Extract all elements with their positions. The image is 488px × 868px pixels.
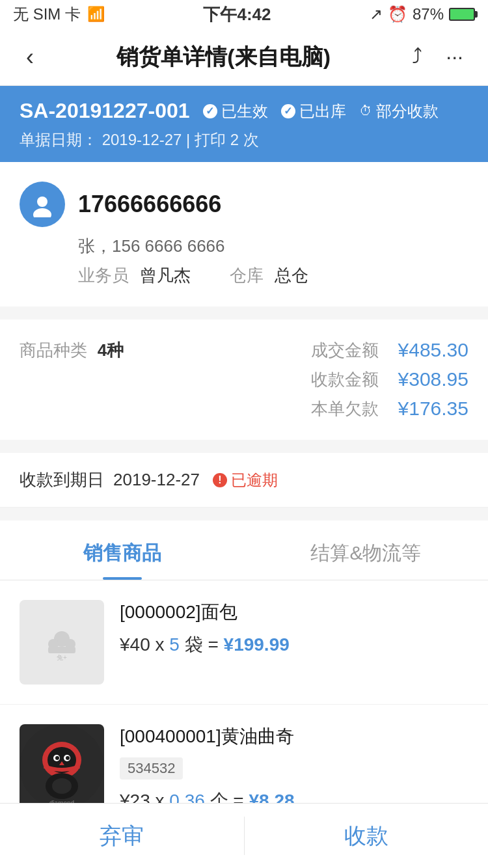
product-info-2: [000400001]黄油曲奇 534532 ¥23 x 0.36 个 = ¥8… — [120, 724, 468, 813]
bottom-bar: 弃审 收款 — [0, 803, 488, 868]
product-name-2: [000400001]黄油曲奇 — [120, 724, 468, 749]
order-id: SA-20191227-001 — [20, 99, 190, 123]
summary-section: 商品种类 4种 成交金额 ¥485.30 收款金额 ¥308.95 本单欠款 ¥… — [0, 319, 488, 440]
products-section: 兔+ [0000002]面包 ¥40 x 5 袋 = ¥199.99 — [0, 580, 488, 834]
wifi-icon: 📶 — [87, 6, 105, 23]
location-icon: ↗ — [370, 5, 383, 23]
svg-point-13 — [66, 756, 70, 760]
warehouse-name: 总仓 — [275, 265, 308, 285]
status-right: ↗ ⏰ 87% — [370, 5, 475, 23]
battery-text: 87% — [413, 5, 444, 23]
carrier-text: 无 SIM 卡 — [13, 4, 81, 25]
divider-3 — [0, 514, 488, 521]
product-name-1: [0000002]面包 — [120, 600, 468, 625]
status-badge-1: ✓ 已生效 — [203, 101, 268, 122]
product-total-1: ¥199.99 — [224, 634, 290, 655]
overdue-badge: ! 已逾期 — [213, 470, 278, 491]
customer-account-id: 17666666666 — [78, 191, 221, 218]
product-type-label: 商品种类 — [20, 340, 87, 360]
product-info-1: [0000002]面包 ¥40 x 5 袋 = ¥199.99 — [120, 600, 468, 657]
transaction-label: 成交金额 — [311, 339, 379, 362]
debt-label: 本单欠款 — [311, 398, 379, 420]
product-price-1: ¥40 x 5 袋 = ¥199.99 — [120, 632, 468, 657]
clock-icon: ⏱ — [359, 103, 372, 118]
alarm-icon: ⏰ — [388, 5, 407, 23]
order-header: SA-20191227-001 ✓ 已生效 ✓ 已出库 ⏱ 部分收款 单据日期：… — [0, 86, 488, 162]
transaction-amount: ¥485.30 — [398, 339, 468, 362]
received-amount: ¥308.95 — [398, 368, 468, 391]
check-icon-2: ✓ — [281, 104, 295, 118]
overdue-label: 收款到期日 — [20, 468, 104, 491]
sales-label: 业务员 — [78, 265, 129, 285]
received-label: 收款金额 — [311, 368, 379, 391]
page-title: 销货单详情(来自电脑) — [116, 42, 331, 72]
product-thumb-1: 兔+ — [20, 600, 104, 685]
product-thumb-2: diamond — [20, 724, 104, 809]
status-left: 无 SIM 卡 📶 — [13, 4, 105, 25]
status-time: 下午4:42 — [203, 3, 271, 26]
back-button[interactable]: ‹ — [20, 37, 40, 77]
status-badge-3: ⏱ 部分收款 — [359, 101, 439, 122]
overdue-text: 已逾期 — [231, 470, 278, 491]
tab-settlement[interactable]: 结算&物流等 — [244, 521, 488, 580]
more-button[interactable]: ··· — [441, 40, 468, 74]
svg-point-16 — [52, 778, 72, 794]
customer-section: 17666666666 张，156 6666 6666 业务员 曾凡杰 仓库 总… — [0, 162, 488, 306]
svg-text:兔+: 兔+ — [57, 654, 67, 661]
share-button[interactable]: ⤴ — [407, 40, 427, 74]
check-icon-1: ✓ — [203, 104, 217, 118]
confirm-button[interactable]: 收款 — [245, 804, 489, 868]
battery-icon — [449, 8, 475, 21]
product-qty-1: 5 — [169, 634, 180, 655]
product-item-1: 兔+ [0000002]面包 ¥40 x 5 袋 = ¥199.99 — [0, 580, 488, 705]
debt-amount: ¥176.35 — [398, 398, 468, 420]
divider-2 — [0, 446, 488, 453]
svg-point-0 — [37, 197, 47, 207]
overdue-dot-icon: ! — [213, 473, 227, 487]
svg-rect-5 — [48, 647, 75, 653]
product-type-count: 4种 — [98, 340, 124, 360]
status-bar: 无 SIM 卡 📶 下午4:42 ↗ ⏰ 87% — [0, 0, 488, 29]
order-date-info: 单据日期： 2019-12-27 | 打印 2 次 — [20, 129, 468, 150]
customer-meta: 业务员 曾凡杰 仓库 总仓 — [78, 264, 468, 287]
cancel-button[interactable]: 弃审 — [0, 804, 244, 868]
status-badge-2: ✓ 已出库 — [281, 101, 346, 122]
overdue-section: 收款到期日 2019-12-27 ! 已逾期 — [0, 453, 488, 508]
overdue-date: 2019-12-27 — [113, 470, 200, 490]
warehouse-label: 仓库 — [230, 265, 264, 285]
svg-point-12 — [55, 756, 59, 760]
customer-avatar — [20, 182, 65, 227]
nav-actions: ⤴ ··· — [407, 40, 468, 74]
divider-1 — [0, 313, 488, 319]
tab-sales-products[interactable]: 销售商品 — [0, 521, 244, 580]
customer-name-phone: 张，156 6666 6666 — [78, 235, 468, 258]
sales-name: 曾凡杰 — [140, 265, 191, 285]
tabs-section: 销售商品 结算&物流等 — [0, 521, 488, 580]
nav-bar: ‹ 销货单详情(来自电脑) ⤴ ··· — [0, 29, 488, 86]
svg-point-1 — [33, 208, 51, 217]
product-sku-2: 534532 — [120, 757, 183, 780]
